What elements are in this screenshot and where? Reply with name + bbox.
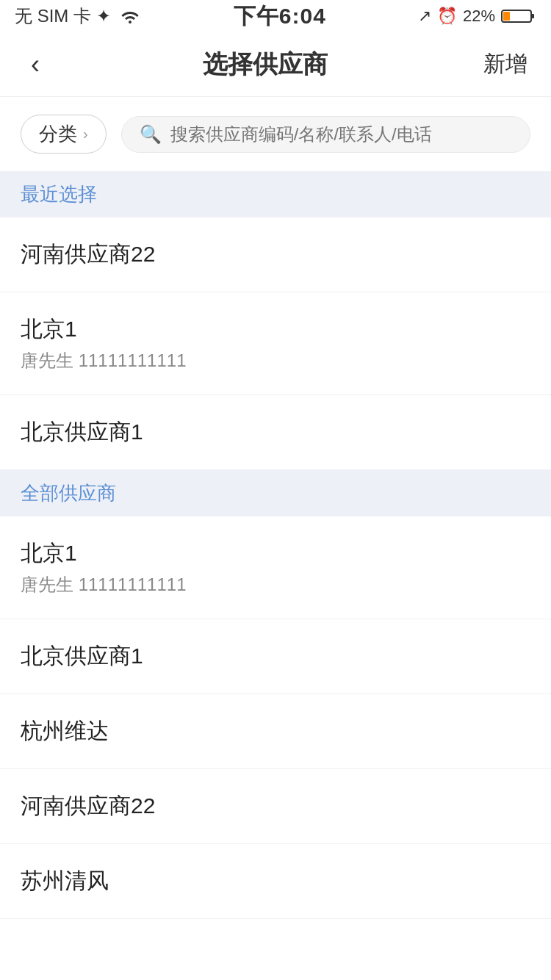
- all-list: 北京1 唐先生 11111111111 北京供应商1 杭州维达 河南供应商22 …: [0, 516, 551, 919]
- supplier-name: 杭州维达: [21, 716, 530, 746]
- chevron-down-icon: ›: [83, 126, 88, 143]
- status-left: 无 SIM 卡 ✦: [15, 4, 142, 28]
- list-item[interactable]: 苏州清风: [0, 844, 551, 919]
- supplier-name: 北京1: [21, 538, 530, 569]
- location-icon: ↗: [418, 7, 431, 26]
- recent-section-header: 最近选择: [0, 171, 551, 217]
- recent-section-label: 最近选择: [21, 183, 97, 205]
- filter-bar: 分类 › 🔍: [0, 97, 551, 171]
- list-item[interactable]: 杭州维达: [0, 694, 551, 769]
- list-item[interactable]: 北京供应商1: [0, 619, 551, 694]
- recent-list: 河南供应商22 北京1 唐先生 11111111111 北京供应商1: [0, 217, 551, 470]
- supplier-name: 河南供应商22: [21, 791, 530, 821]
- search-input[interactable]: [170, 124, 512, 145]
- category-label: 分类: [39, 121, 77, 147]
- list-item[interactable]: 北京1 唐先生 11111111111: [0, 292, 551, 395]
- back-button[interactable]: ‹: [24, 42, 47, 87]
- svg-rect-1: [531, 14, 534, 18]
- clock-icon: ⏰: [437, 7, 457, 26]
- search-box: 🔍: [121, 116, 530, 153]
- category-filter[interactable]: 分类 ›: [21, 115, 107, 154]
- all-section-label: 全部供应商: [21, 482, 116, 504]
- svg-rect-2: [503, 12, 510, 21]
- page-title: 选择供应商: [203, 48, 328, 82]
- add-button[interactable]: 新增: [483, 49, 527, 79]
- list-item[interactable]: 北京1 唐先生 11111111111: [0, 516, 551, 619]
- battery-icon: [501, 7, 536, 25]
- nav-bar: ‹ 选择供应商 新增: [0, 32, 551, 97]
- supplier-name: 河南供应商22: [21, 239, 530, 270]
- status-time: 下午6:04: [234, 1, 326, 32]
- list-item[interactable]: 河南供应商22: [0, 217, 551, 292]
- status-right: ↗ ⏰ 22%: [418, 7, 536, 26]
- list-item[interactable]: 北京供应商1: [0, 395, 551, 470]
- status-bar: 无 SIM 卡 ✦ 下午6:04 ↗ ⏰ 22%: [0, 0, 551, 32]
- supplier-name: 北京1: [21, 314, 530, 345]
- supplier-name: 苏州清风: [21, 866, 530, 896]
- battery-label: 22%: [463, 7, 495, 26]
- supplier-contact: 唐先生 11111111111: [21, 573, 530, 597]
- list-item[interactable]: 河南供应商22: [0, 769, 551, 844]
- search-icon: 🔍: [140, 124, 162, 145]
- wifi-icon: [118, 7, 142, 25]
- sim-label: 无 SIM 卡 ✦: [15, 4, 111, 28]
- supplier-contact: 唐先生 11111111111: [21, 349, 530, 372]
- supplier-name: 北京供应商1: [21, 417, 530, 447]
- all-section-header: 全部供应商: [0, 470, 551, 516]
- supplier-name: 北京供应商1: [21, 641, 530, 671]
